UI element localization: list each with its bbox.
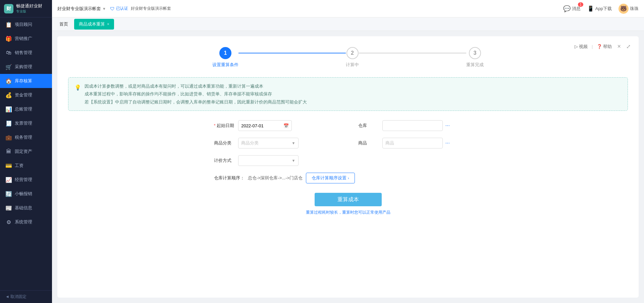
sidebar-label-operation: 经营管理 (15, 177, 32, 183)
start-date-label: 起始日期 (214, 123, 234, 129)
app-download-button[interactable]: 📱 App下载 (587, 5, 612, 12)
warehouse-input[interactable] (382, 120, 443, 131)
sidebar-item-inventory[interactable]: 🏠库存核算 (0, 74, 52, 88)
warehouse-label: 仓库 (358, 123, 378, 129)
step-2-label: 计算中 (346, 62, 359, 68)
step-1-circle: 1 (219, 47, 231, 59)
recalc-button[interactable]: 重算成本 (315, 193, 382, 206)
sidebar-item-operation[interactable]: 📈经营管理 (0, 173, 52, 187)
sidebar-label-salary: 工资 (15, 163, 23, 169)
step-1-label: 设置重算条件 (212, 62, 238, 68)
info-text: 因成本计算参数调整，或是对商品成本有疑问时，可以通过成本重算功能，重新计算一遍成… (85, 82, 307, 106)
sidebar-item-salary[interactable]: 💳工资 (0, 159, 52, 173)
step-3: 3 重算完成 (466, 47, 484, 68)
tab-recalc[interactable]: 商品成本重算 × (74, 19, 114, 30)
sidebar-icon-tax: 💼 (5, 134, 12, 141)
message-button[interactable]: 💬 1 消息 (563, 5, 581, 12)
product-placeholder: 商品 (385, 140, 394, 146)
sidebar-icon-expense: 🔄 (5, 190, 12, 197)
category-placeholder: 商品分类 (241, 140, 259, 146)
sidebar-item-project[interactable]: 📋项目顾问 (0, 17, 52, 32)
message-badge: 1 (578, 2, 583, 7)
sidebar-icon-finance: 💰 (5, 92, 12, 98)
sidebar-label-marketing: 营销推广 (15, 36, 32, 42)
sidebar-icon-purchase: 🛒 (5, 63, 12, 70)
sidebar-item-invoice[interactable]: 🧾发票管理 (0, 116, 52, 130)
account-selector[interactable]: 好业财专业版演示帐套 ▼ (57, 6, 106, 12)
tab-home-label: 首页 (59, 21, 68, 27)
recalc-btn-label: 重算成本 (337, 196, 359, 203)
sidebar-logo: 财 畅捷通好业财 专业版 (0, 0, 52, 17)
pricing-select[interactable]: ▼ (238, 155, 299, 166)
category-field: 商品分类 商品分类 ▼ (214, 138, 338, 148)
sidebar-item-finance[interactable]: 💰资金管理 (0, 88, 52, 102)
sidebar-label-assets: 固定资产 (15, 148, 32, 155)
info-line-2: 成本重算过程中，影响库存账的操作均不能操作，比如进货单、销货单、库存单据不能审核… (85, 90, 307, 98)
mobile-icon: 📱 (587, 5, 594, 12)
sidebar: 财 畅捷通好业财 专业版 📋项目顾问🎁营销推广🛍销售管理🛒采购管理🏠库存核算💰资… (0, 0, 52, 303)
warehouse-field: 仓库 ··· (358, 120, 482, 131)
sidebar-item-system[interactable]: ⚙系统管理 (0, 215, 52, 229)
sidebar-label-finance: 资金管理 (15, 92, 32, 98)
sidebar-icon-assets: 🏛 (5, 148, 12, 155)
sidebar-icon-marketing: 🎁 (5, 35, 12, 42)
sidebar-label-purchase: 采购管理 (15, 64, 32, 70)
sidebar-icon-basic: 📰 (5, 205, 12, 211)
sidebar-item-tax[interactable]: 💼税务管理 (0, 130, 52, 144)
sidebar-item-accounting[interactable]: 📊总账管理 (0, 102, 52, 116)
step-1: 1 设置重算条件 (212, 47, 238, 68)
start-date-field: 起始日期 📅 (214, 120, 338, 131)
sidebar-label-invoice: 发票管理 (15, 120, 32, 126)
category-label: 商品分类 (214, 140, 234, 146)
recalc-section: 重算成本 重算过程耗时较长，重算时您可以正常使用产品 (214, 193, 482, 215)
start-date-input-wrapper[interactable]: 📅 (238, 120, 292, 131)
category-select[interactable]: 商品分类 ▼ (238, 138, 299, 148)
verified-text: 已认证 (116, 6, 128, 11)
product-input[interactable]: 商品 (382, 138, 443, 148)
step-2-circle: 2 (346, 47, 359, 59)
sidebar-icon-sales: 🛍 (5, 49, 12, 56)
sidebar-label-project: 项目顾问 (15, 21, 32, 28)
bulb-icon: 💡 (74, 83, 81, 106)
warehouse-dots-button[interactable]: ··· (445, 123, 450, 129)
sidebar-icon-salary: 💳 (5, 162, 12, 169)
sidebar-unpin-label: ◄ 取消固定 (5, 294, 26, 300)
user-avatar-area[interactable]: 🐻 珠珠 (619, 4, 639, 14)
tab-home[interactable]: 首页 (55, 19, 73, 30)
logo-icon: 财 (4, 4, 13, 13)
sidebar-item-expense[interactable]: 🔄小畅报销 (0, 187, 52, 201)
app-download-label: App下载 (595, 6, 612, 12)
warehouse-order-label: 仓库计算顺序： (214, 175, 245, 181)
sidebar-icon-operation: 📈 (5, 176, 12, 183)
tabbar: 首页 商品成本重算 × (52, 17, 644, 31)
product-field: 商品 商品 ··· (358, 138, 482, 148)
sidebar-item-basic[interactable]: 📰基础信息 (0, 201, 52, 215)
topbar-right: 💬 1 消息 📱 App下载 🐻 珠珠 (563, 4, 639, 14)
message-icon: 💬 (563, 5, 571, 12)
sidebar-icon-system: ⚙ (5, 219, 12, 225)
form-row-1: 起始日期 📅 仓库 ··· (214, 120, 482, 131)
tab-close-icon[interactable]: × (107, 22, 109, 27)
warehouse-order-row: 仓库计算顺序： 总仓->深圳仓库->...->门店仓 仓库计算顺序设置 › (214, 173, 482, 183)
account-name-display: 好业财专业版演示帐套 (131, 6, 171, 11)
warehouse-order-settings-button[interactable]: 仓库计算顺序设置 › (306, 173, 355, 183)
sidebar-item-sales[interactable]: 🛍销售管理 (0, 46, 52, 60)
main-panel: ▷ 视频 | ❓ 帮助 × ⤢ 1 设置重算条件 (57, 36, 639, 298)
calendar-icon[interactable]: 📅 (283, 123, 289, 128)
sidebar-unpin[interactable]: ◄ 取消固定 (0, 290, 52, 303)
product-label: 商品 (358, 140, 378, 146)
info-line-1: 因成本计算参数调整，或是对商品成本有疑问时，可以通过成本重算功能，重新计算一遍成… (85, 82, 307, 90)
sidebar-icon-accounting: 📊 (5, 106, 12, 113)
sidebar-item-purchase[interactable]: 🛒采购管理 (0, 60, 52, 74)
product-dots-button[interactable]: ··· (445, 140, 450, 146)
step-3-circle: 3 (469, 47, 481, 59)
account-select-dropdown[interactable]: 好业财专业版演示帐套 ▼ (57, 6, 106, 12)
warehouse-order-value: 总仓->深圳仓库->...->门店仓 (248, 175, 303, 181)
warehouse-order-btn-label: 仓库计算顺序设置 (312, 175, 346, 181)
step-2: 2 计算中 (346, 47, 359, 68)
sidebar-label-accounting: 总账管理 (15, 106, 32, 112)
sidebar-item-marketing[interactable]: 🎁营销推广 (0, 32, 52, 46)
account-select-text: 好业财专业版演示帐套 (57, 6, 101, 12)
start-date-input[interactable] (241, 123, 283, 128)
sidebar-item-assets[interactable]: 🏛固定资产 (0, 144, 52, 159)
